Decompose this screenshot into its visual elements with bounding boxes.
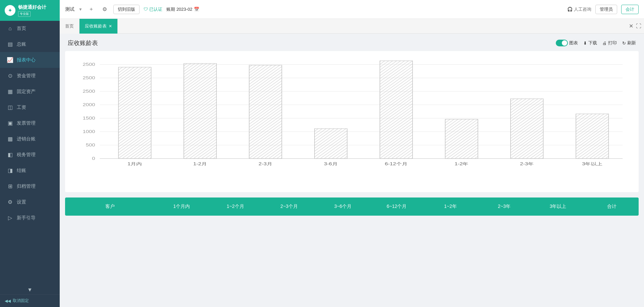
switch-version-button[interactable]: 切到旧版 <box>113 5 140 14</box>
sidebar-item-payroll[interactable]: ◫ 工资 <box>0 99 60 115</box>
tab-aging[interactable]: 应收账龄表 ✕ <box>79 19 118 34</box>
sidebar-scroll-down[interactable]: ▼ <box>0 286 60 294</box>
verified-badge: 🛡 已认证 <box>144 6 162 12</box>
col-2-3year: 2~3年 <box>477 198 531 216</box>
role-button[interactable]: 会计 <box>621 5 639 14</box>
inventory-icon: ▩ <box>7 136 13 142</box>
svg-text:1月内: 1月内 <box>127 162 142 166</box>
tabbar: 首页 应收账龄表 ✕ ✕ ⛶ <box>60 19 644 34</box>
page-title: 应收账龄表 <box>68 39 98 47</box>
col-1month: 1个月内 <box>155 198 208 216</box>
download-label: 下载 <box>588 40 597 46</box>
period-value: 2023-02 <box>176 7 193 12</box>
sidebar-item-assets[interactable]: ▦ 固定资产 <box>0 84 60 99</box>
sidebar-item-invoice-label: 发票管理 <box>17 120 36 126</box>
archive-icon: ⊞ <box>7 183 13 189</box>
sidebar-item-funds[interactable]: ⊙ 资金管理 <box>0 68 60 84</box>
sidebar-item-closing-label: 结账 <box>17 168 26 174</box>
expand-button[interactable]: ⛶ <box>636 23 641 29</box>
sidebar-item-payroll-label: 工资 <box>17 104 26 111</box>
tax-icon: ◧ <box>7 151 13 158</box>
col-2-3month: 2~3个月 <box>262 198 316 216</box>
bar-1-2月 <box>184 63 216 159</box>
sidebar-item-home-label: 首页 <box>17 26 26 32</box>
cancel-fixed-btn[interactable]: ◀◀ 取消固定 <box>0 294 60 307</box>
svg-text:2000: 2000 <box>83 102 95 107</box>
refresh-button[interactable]: ↻ 刷新 <box>622 40 636 46</box>
sidebar-item-funds-label: 资金管理 <box>17 73 36 79</box>
bar-2-3月 <box>249 65 282 159</box>
sidebar-item-tax-label: 税务管理 <box>17 152 36 158</box>
svg-text:1000: 1000 <box>83 129 95 134</box>
content-area: 应收账龄表 图表 ⬇ 下载 🖨 打印 ↻ 刷新 <box>60 34 644 307</box>
pin-icon: ◀◀ <box>5 299 11 303</box>
sidebar-item-assets-label: 固定资产 <box>17 89 36 95</box>
print-label: 打印 <box>608 40 617 46</box>
page-header: 应收账龄表 图表 ⬇ 下载 🖨 打印 ↻ 刷新 <box>60 34 644 51</box>
sidebar-item-reports[interactable]: 📈 报表中心 <box>0 52 60 68</box>
tab-home[interactable]: 首页 <box>60 19 79 34</box>
consult-button[interactable]: 🎧 人工咨询 <box>567 6 591 12</box>
payroll-icon: ◫ <box>7 104 13 111</box>
svg-text:2500: 2500 <box>83 76 95 80</box>
sidebar-item-ledger[interactable]: ▤ 总账 <box>0 36 60 52</box>
settings-button[interactable]: ⚙ <box>100 5 109 14</box>
home-icon: ⌂ <box>7 26 13 32</box>
chart-toggle[interactable]: 图表 <box>556 40 578 46</box>
bar-chart: 2500 2500 2500 2000 1500 1000 500 0 <box>72 58 632 179</box>
app-name: 畅捷通好会计 <box>18 4 46 10</box>
col-3-6month: 3~6个月 <box>316 198 370 216</box>
tab-aging-label: 应收账龄表 <box>85 23 107 29</box>
svg-text:6-12个月: 6-12个月 <box>385 162 408 166</box>
main-area: 测试 ▼ ＋ ⚙ 切到旧版 🛡 已认证 账期 2023-02 📅 🎧 人工咨询 … <box>60 0 644 307</box>
period-label: 账期 <box>166 6 175 12</box>
sidebar-item-home[interactable]: ⌂ 首页 <box>0 21 60 36</box>
app-badge: 专业版 <box>18 11 31 17</box>
shield-icon: 🛡 <box>144 7 148 12</box>
col-1-2month: 1~2个月 <box>209 198 262 216</box>
add-button[interactable]: ＋ <box>87 5 96 14</box>
svg-text:0: 0 <box>92 156 95 161</box>
sidebar-item-invoice[interactable]: ▣ 发票管理 <box>0 115 60 131</box>
bar-2-3年 <box>511 99 543 159</box>
tabbar-actions: ✕ ⛶ <box>626 23 644 29</box>
chart-svg: 2500 2500 2500 2000 1500 1000 500 0 <box>72 58 632 179</box>
svg-text:2500: 2500 <box>83 89 95 93</box>
sidebar-item-tax[interactable]: ◧ 税务管理 <box>0 147 60 163</box>
topbar: 测试 ▼ ＋ ⚙ 切到旧版 🛡 已认证 账期 2023-02 📅 🎧 人工咨询 … <box>60 0 644 19</box>
tab-aging-close[interactable]: ✕ <box>109 24 112 29</box>
bar-3-6月 <box>315 129 347 159</box>
svg-text:1-2年: 1-2年 <box>454 162 468 166</box>
project-dropdown-icon[interactable]: ▼ <box>78 7 83 12</box>
refresh-icon: ↻ <box>622 41 626 46</box>
sidebar-item-settings[interactable]: ⚙ 设置 <box>0 194 60 210</box>
data-table: 客户 1个月内 1~2个月 2~3个月 3~6个月 6~12个月 1~2年 2~… <box>65 198 639 216</box>
sidebar-item-settings-label: 设置 <box>17 199 26 205</box>
close-panel-button[interactable]: ✕ <box>629 23 633 29</box>
logo-icon: ✦ <box>5 5 15 16</box>
print-button[interactable]: 🖨 打印 <box>602 40 617 46</box>
headset-icon: 🎧 <box>567 7 573 12</box>
ledger-icon: ▤ <box>7 41 13 47</box>
funds-icon: ⊙ <box>7 73 13 79</box>
sidebar-logo: ✦ 畅捷通好会计 专业版 <box>0 0 60 21</box>
svg-text:2-3年: 2-3年 <box>520 162 534 166</box>
sidebar-item-closing[interactable]: ◨ 结账 <box>0 163 60 178</box>
calendar-icon[interactable]: 📅 <box>194 7 199 12</box>
guide-icon: ▷ <box>7 215 13 221</box>
chart-toggle-switch[interactable] <box>556 40 568 46</box>
settings-icon: ⚙ <box>7 199 13 205</box>
user-button[interactable]: 管理员 <box>595 5 617 14</box>
download-button[interactable]: ⬇ 下载 <box>583 40 597 46</box>
bar-6-12月 <box>380 61 413 159</box>
svg-text:3年以上: 3年以上 <box>582 162 602 166</box>
project-name: 测试 <box>65 6 74 12</box>
sidebar-item-guide[interactable]: ▷ 新手引导 <box>0 210 60 226</box>
sidebar-item-archive[interactable]: ⊞ 归档管理 <box>0 178 60 194</box>
print-icon: 🖨 <box>602 41 607 46</box>
reports-icon: 📈 <box>7 57 13 63</box>
sidebar: ✦ 畅捷通好会计 专业版 ⌂ 首页 ▤ 总账 📈 报表中心 ⊙ 资金管理 ▦ 固… <box>0 0 60 307</box>
logo-text-group: 畅捷通好会计 专业版 <box>18 4 46 17</box>
sidebar-nav: ⌂ 首页 ▤ 总账 📈 报表中心 ⊙ 资金管理 ▦ 固定资产 ◫ 工资 ▣ 发票… <box>0 21 60 286</box>
sidebar-item-inventory[interactable]: ▩ 进销台账 <box>0 131 60 147</box>
